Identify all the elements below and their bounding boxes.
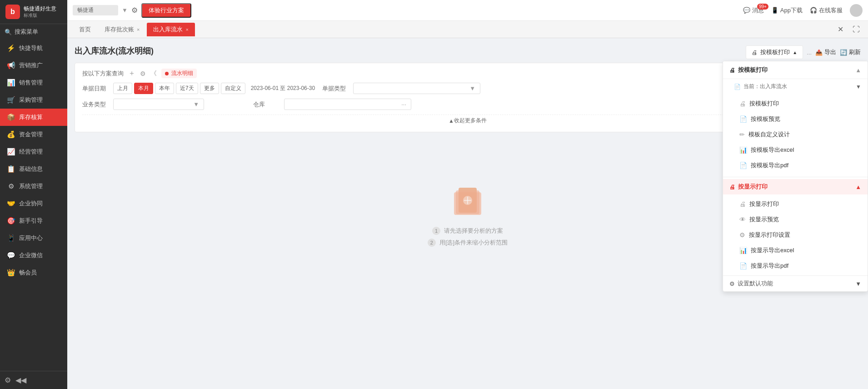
current-template-left: 📄 当前：出入库流水 (734, 83, 787, 90)
inventory-label: 库存核算 (19, 113, 43, 121)
trial-btn[interactable]: 体验行业方案 (141, 3, 191, 18)
print-dropdown-panel: 🖨 按模板打印 ▲ 📄 当前：出入库流水 ▼ 🖨 按模板打印 (723, 61, 868, 292)
dropdown-header-chevron[interactable]: ▲ (855, 67, 861, 74)
footer-chevron: ▼ (855, 280, 861, 287)
purchase-icon: 🛒 (6, 96, 15, 104)
tab-batch[interactable]: 库存批次账 × (98, 23, 146, 36)
member-label: 畅会员 (19, 269, 37, 277)
active-filter-tag[interactable]: 流水明细 (161, 69, 197, 78)
tab-flow[interactable]: 出入库流水 × (147, 23, 195, 36)
sidebar-item-inventory[interactable]: 📦 库存核算 (0, 109, 67, 126)
top-toolbar: 🖨 按模板打印 ▲ ... 📤 导出 🔄 刷新 (746, 45, 861, 59)
sidebar-item-operation[interactable]: 📈 经营管理 (0, 143, 67, 160)
display-print-item[interactable]: 🖨 按显示打印 (723, 196, 868, 212)
display-print-section: 🖨 按显示打印 👁 按显示预览 ⚙ 按显示打印设置 📊 按显示导出excel 📄 (723, 194, 868, 275)
sidebar-item-corp[interactable]: 🤝 企业协同 (0, 195, 67, 212)
online-service-btn[interactable]: 🎧 在线客服 (810, 6, 843, 15)
current-template-label: 当前：出入库流水 (743, 83, 787, 90)
topbar-settings-icon[interactable]: ⚙ (131, 6, 138, 15)
tab-batch-label: 库存批次账 (105, 25, 134, 34)
headset-icon: 🎧 (810, 7, 817, 14)
tab-close-all-btn[interactable]: ✕ (835, 24, 846, 35)
display-pdf-label: 按显示导出pdf (751, 262, 788, 270)
tab-batch-close[interactable]: × (137, 27, 140, 32)
filter-collapse-btn[interactable]: 《 (150, 70, 157, 78)
app-download-btn[interactable]: 📱 App下载 (771, 6, 803, 15)
print-template-btn[interactable]: 🖨 按模板打印 ▲ (746, 45, 803, 59)
sidebar-item-purchase[interactable]: 🛒 采购管理 (0, 91, 67, 109)
sidebar-search[interactable]: 🔍 搜索菜单 (0, 24, 67, 40)
topbar-actions: 💬 消息 99+ 📱 App下载 🎧 在线客服 (743, 4, 863, 17)
sidebar-item-sales[interactable]: 📊 销售管理 (0, 74, 67, 91)
date-7days[interactable]: 近7天 (176, 83, 198, 94)
wechat-icon: 💬 (6, 251, 15, 259)
user-avatar[interactable] (850, 4, 863, 17)
sidebar-item-wechat[interactable]: 💬 企业微信 (0, 247, 67, 264)
date-custom[interactable]: 自定义 (221, 83, 245, 94)
template-print-section: 🖨 按模板打印 📄 按模板预览 ✏ 模板自定义设计 📊 按模板导出excel 📄 (723, 94, 868, 175)
display-section-header[interactable]: 🖨 按显示打印 ▲ (723, 179, 868, 194)
date-last-month[interactable]: 上月 (113, 83, 132, 94)
collapse-sidebar-icon[interactable]: ◀◀ (15, 376, 26, 384)
date-this-month[interactable]: 本月 (134, 83, 153, 94)
template-custom-item[interactable]: ✏ 模板自定义设计 (723, 127, 868, 142)
app-download-icon: 📱 (771, 7, 778, 14)
refresh-btn[interactable]: 🔄 刷新 (840, 48, 861, 56)
bill-type-dropdown[interactable]: ▼ (353, 83, 480, 94)
message-btn[interactable]: 💬 消息 99+ (743, 6, 764, 15)
filter-settings-btn[interactable]: ⚙ (140, 70, 146, 77)
current-template-icon: 📄 (734, 84, 741, 90)
template-preview-item[interactable]: 📄 按模板预览 (723, 111, 868, 127)
warehouse-dropdown[interactable]: ··· (284, 99, 411, 110)
step-2-num: 2 (428, 239, 436, 247)
print-dropdown-title: 按模板打印 (738, 66, 768, 74)
sidebar-logo: b 畅捷通好生意 标准版 (0, 0, 67, 24)
tab-maximize-btn[interactable]: ⛶ (850, 25, 863, 35)
sidebar-nav: ⚡ 快捷导航 📢 营销推广 📊 销售管理 🛒 采购管理 📦 库存核算 💰 资金管… (0, 40, 67, 371)
tab-flow-close[interactable]: × (185, 27, 188, 32)
settings-bottom-icon[interactable]: ⚙ (5, 376, 11, 384)
sidebar-item-shortcut[interactable]: ⚡ 快捷导航 (0, 40, 67, 57)
basic-icon: 📋 (6, 165, 15, 173)
template-excel-label: 按模板导出excel (751, 146, 794, 154)
filter-dot-icon (165, 72, 169, 75)
user-selector[interactable]: 畅捷通 (73, 5, 118, 15)
sidebar-item-basic[interactable]: 📋 基础信息 (0, 160, 67, 178)
business-type-label: 业务类型 (82, 100, 110, 109)
wechat-label: 企业微信 (19, 251, 43, 259)
export-btn[interactable]: 📤 导出 (815, 48, 836, 56)
template-pdf-item[interactable]: 📄 按模板导出pdf (723, 158, 868, 173)
step-2-text: 用[选]条件来缩小分析范围 (439, 239, 508, 247)
template-excel-item[interactable]: 📊 按模板导出excel (723, 142, 868, 158)
date-this-year[interactable]: 本年 (155, 83, 174, 94)
date-more[interactable]: 更多 (200, 83, 219, 94)
system-icon: ⚙ (6, 182, 15, 190)
more-options-btn[interactable]: ... (807, 49, 812, 56)
sidebar-item-marketing[interactable]: 📢 营销推广 (0, 57, 67, 74)
sales-label: 销售管理 (19, 79, 43, 87)
dropdown-footer[interactable]: ⚙ 设置默认功能 ▼ (723, 275, 868, 291)
display-pdf-item[interactable]: 📄 按显示导出pdf (723, 258, 868, 274)
display-settings-label: 按显示打印设置 (749, 231, 790, 239)
display-preview-item[interactable]: 👁 按显示预览 (723, 212, 868, 227)
tab-home[interactable]: 首页 (73, 23, 97, 36)
current-template-chevron[interactable]: ▼ (856, 84, 861, 90)
export-icon: 📤 (815, 49, 823, 56)
guide-label: 新手引导 (19, 217, 43, 225)
sidebar-item-member[interactable]: 👑 畅会员 (0, 264, 67, 281)
sidebar-item-guide[interactable]: 🎯 新手引导 (0, 212, 67, 229)
business-type-dropdown[interactable]: ▼ (113, 99, 204, 110)
sidebar-item-appcenter[interactable]: 📱 应用中心 (0, 229, 67, 247)
sidebar-item-system[interactable]: ⚙ 系统管理 (0, 178, 67, 195)
user-dropdown-icon[interactable]: ▼ (122, 7, 128, 14)
template-print-item[interactable]: 🖨 按模板打印 (723, 96, 868, 111)
display-excel-item[interactable]: 📊 按显示导出excel (723, 243, 868, 258)
print-dropdown-chevron-up: ▲ (793, 50, 797, 55)
basic-label: 基础信息 (19, 165, 43, 173)
dropdown-divider (723, 177, 868, 177)
finance-icon: 💰 (6, 130, 15, 139)
filter-add-btn[interactable]: ＋ (128, 69, 135, 78)
sidebar-item-finance[interactable]: 💰 资金管理 (0, 126, 67, 143)
display-settings-item[interactable]: ⚙ 按显示打印设置 (723, 227, 868, 243)
display-section-icon: 🖨 (729, 184, 735, 190)
